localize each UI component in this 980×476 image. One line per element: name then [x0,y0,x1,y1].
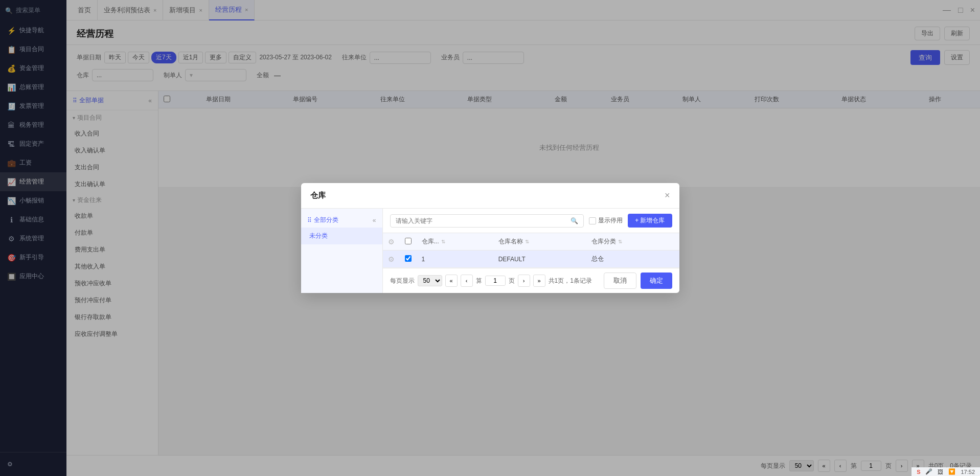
modal-pagination: 每页显示 50 « ‹ 算 页 › » 共1页，1条记录 [390,275,592,287]
modal-select-all[interactable] [405,238,412,244]
modal-last-page[interactable]: » [533,275,545,287]
modal-search-icon: 🔍 [571,217,578,224]
modal-overlay: 仓库 × ⠿ 全部分类 « 未分类 [0,0,980,476]
modal-per-page-label: 每页显示 [390,277,415,285]
table-row[interactable]: ⚙ 1 DEFAULT 总仓 [383,251,679,268]
tray-icon-mic: 🎤 [925,468,932,475]
modal-page-suffix: 页 [509,277,515,285]
grid-icon-modal: ⠿ [307,217,312,224]
tray-icon-filter: 🔽 [948,468,955,475]
modal-table-wrap: ⚙ 仓库... ⇅ [383,233,679,268]
modal-left-header: ⠿ 全部分类 « [301,213,382,228]
row-gear-icon[interactable]: ⚙ [388,255,395,263]
modal-title: 仓库 [310,191,326,200]
sort-icon-name: ⇅ [525,239,529,244]
modal-col-checkbox [400,233,417,251]
modal-search-bar: 🔍 显示停用 + 新增仓库 [383,209,679,233]
modal-left-uncategorized[interactable]: 未分类 [301,228,382,244]
modal-prev-page[interactable]: ‹ [461,275,473,287]
modal-body: ⠿ 全部分类 « 未分类 🔍 显 [301,209,679,293]
modal-row-id: 1 [417,251,493,268]
sort-icon-code: ⇅ [441,239,445,244]
modal-total-label: 共1页，1条记录 [549,277,592,285]
warehouse-modal: 仓库 × ⠿ 全部分类 « 未分类 [301,183,679,293]
modal-col-name-label: 仓库名称 [498,237,523,246]
tray-icon-s: S [917,469,920,475]
modal-next-page[interactable]: › [518,275,530,287]
modal-search-input[interactable] [396,217,568,224]
modal-col-category: 仓库分类 ⇅ [586,233,679,251]
add-warehouse-button[interactable]: + 新增仓库 [628,214,672,228]
sort-icon-category: ⇅ [618,239,622,244]
modal-left-uncategorized-label: 未分类 [309,232,328,239]
modal-cancel-button[interactable]: 取消 [604,273,636,289]
show-disabled-checkbox[interactable] [589,217,596,224]
modal-confirm-button[interactable]: 确定 [641,273,672,289]
tray-icon-img: 🖼 [938,469,943,475]
modal-page-input[interactable] [485,276,506,286]
modal-footer: 每页显示 50 « ‹ 算 页 › » 共1页，1条记录 [383,268,679,293]
modal-row-code: DEFAULT [493,251,586,268]
tray-time: 17:52 [961,469,975,475]
modal-col-code-label: 仓库... [422,237,439,246]
modal-first-page[interactable]: « [445,275,458,287]
modal-col-gear: ⚙ [383,233,400,251]
modal-all-label: 全部分类 [314,216,338,224]
modal-table: ⚙ 仓库... ⇅ [383,233,679,268]
modal-page-label: 算 [476,277,482,285]
modal-row-checkbox [400,251,417,268]
gear-icon[interactable]: ⚙ [388,238,395,246]
modal-col-name: 仓库名称 ⇅ [493,233,586,251]
modal-close-button[interactable]: × [665,190,670,201]
modal-left-collapse[interactable]: « [373,217,376,224]
modal-per-page-select[interactable]: 50 [418,275,442,286]
modal-right-panel: 🔍 显示停用 + 新增仓库 ⚙ [383,209,679,293]
system-tray: S 🎤 🖼 🔽 17:52 [911,467,980,476]
modal-row-name: 总仓 [586,251,679,268]
modal-header: 仓库 × [301,183,679,209]
modal-row-gear: ⚙ [383,251,400,268]
modal-footer-buttons: 取消 确定 [604,273,672,289]
modal-col-code: 仓库... ⇅ [417,233,493,251]
modal-row-checkbox-1[interactable] [405,255,412,262]
modal-search-wrapper: 🔍 [390,214,584,228]
modal-col-category-label: 仓库分类 [591,237,616,246]
show-disabled-label: 显示停用 [598,216,623,225]
show-disabled-toggle: 显示停用 [589,216,623,225]
modal-left-panel: ⠿ 全部分类 « 未分类 [301,209,383,293]
